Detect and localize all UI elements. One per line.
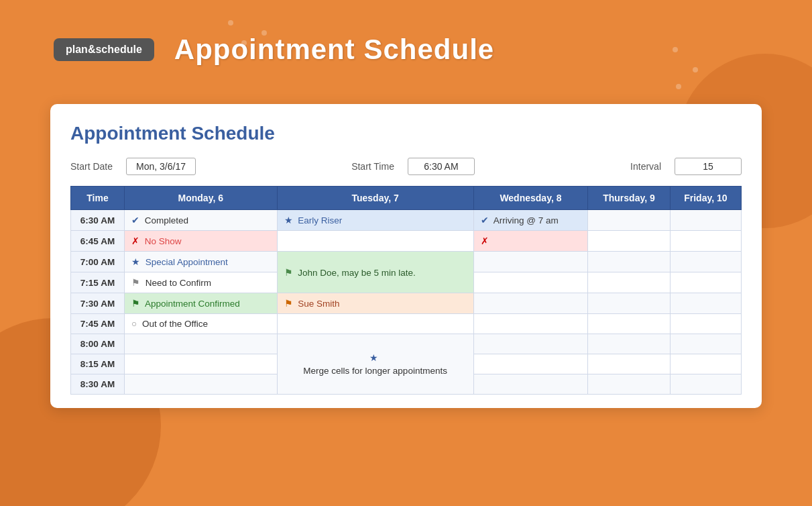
start-time-label: Start Time — [351, 161, 394, 172]
col-thursday: Thursday, 9 — [588, 187, 671, 210]
col-monday: Monday, 6 — [125, 187, 278, 210]
wednesday-cell: ✗ — [473, 231, 587, 252]
wednesday-cell — [473, 272, 587, 293]
header-area: plan&schedule Appointment Schedule — [54, 34, 494, 66]
start-date-value[interactable]: Mon, 3/6/17 — [126, 158, 196, 175]
start-date-label: Start Date — [70, 161, 113, 172]
star-icon: ★ — [131, 257, 140, 267]
friday-cell — [670, 252, 741, 272]
friday-cell — [670, 231, 741, 252]
monday-cell: ✔ Completed — [125, 210, 278, 231]
friday-cell — [670, 374, 741, 395]
monday-cell: ✗ No Show — [125, 231, 278, 252]
thursday-cell — [588, 374, 671, 395]
friday-cell — [670, 354, 741, 374]
cell-text: Special Appointment — [146, 257, 228, 267]
tuesday-cell: ⚑ Sue Smith — [277, 293, 473, 314]
star-icon: ★ — [284, 215, 293, 225]
table-row: 6:45 AM ✗ No Show ✗ — [71, 231, 742, 252]
card-title: Appointment Schedule — [70, 123, 742, 144]
monday-cell: ○ Out of the Office — [125, 314, 278, 334]
col-time: Time — [71, 187, 125, 210]
wednesday-cell — [473, 252, 587, 272]
brand-badge: plan&schedule — [54, 38, 154, 61]
wednesday-cell — [473, 354, 587, 374]
cell-text: Completed — [145, 215, 188, 225]
check-icon: ✔ — [481, 215, 489, 225]
wednesday-cell — [473, 293, 587, 314]
time-cell: 6:45 AM — [71, 231, 125, 252]
cell-text: Arriving @ 7 am — [494, 215, 559, 225]
thursday-cell — [588, 210, 671, 231]
thursday-cell — [588, 252, 671, 272]
flag-icon: ⚑ — [131, 278, 140, 288]
wednesday-cell — [473, 334, 587, 354]
time-cell: 6:30 AM — [71, 210, 125, 231]
start-time-value[interactable]: 6:30 AM — [408, 158, 475, 175]
monday-cell: ⚑ Need to Confirm — [125, 272, 278, 293]
cell-text: Merge cells for longer appointments — [303, 366, 447, 376]
monday-cell: ⚑ Appointment Confirmed — [125, 293, 278, 314]
table-row: 7:00 AM ★ Special Appointment ⚑ John Doe… — [71, 252, 742, 272]
friday-cell — [670, 314, 741, 334]
tuesday-cell-merged: ⚑ John Doe, may be 5 min late. — [277, 252, 473, 293]
schedule-table: Time Monday, 6 Tuesday, 7 Wednesday, 8 T… — [70, 186, 742, 395]
monday-cell: ★ Special Appointment — [125, 252, 278, 272]
friday-cell — [670, 293, 741, 314]
table-row: 6:30 AM ✔ Completed ★ Early Riser ✔ Arri… — [71, 210, 742, 231]
x-icon: ✗ — [131, 236, 139, 246]
cell-text: Need to Confirm — [146, 278, 211, 288]
circle-icon: ○ — [131, 319, 137, 329]
table-row: 8:00 AM ★ Merge cells for longer appoint… — [71, 334, 742, 354]
col-wednesday: Wednesday, 8 — [473, 187, 587, 210]
check-icon: ✔ — [131, 215, 139, 225]
time-cell: 8:30 AM — [71, 374, 125, 395]
thursday-cell — [588, 314, 671, 334]
cell-text: No Show — [145, 236, 182, 246]
wednesday-cell — [473, 314, 587, 334]
flag-icon: ⚑ — [284, 268, 293, 278]
table-row: 7:30 AM ⚑ Appointment Confirmed ⚑ Sue Sm… — [71, 293, 742, 314]
thursday-cell — [588, 334, 671, 354]
wednesday-cell: ✔ Arriving @ 7 am — [473, 210, 587, 231]
interval-label: Interval — [630, 161, 661, 172]
time-cell: 7:45 AM — [71, 314, 125, 334]
cell-text: Appointment Confirmed — [145, 299, 240, 309]
col-friday: Friday, 10 — [670, 187, 741, 210]
x-icon: ✗ — [481, 236, 489, 246]
thursday-cell — [588, 293, 671, 314]
star-icon: ★ — [284, 352, 464, 363]
time-cell: 7:30 AM — [71, 293, 125, 314]
cell-text: Early Riser — [298, 215, 342, 225]
tuesday-cell: ★ Early Riser — [277, 210, 473, 231]
flag-icon: ⚑ — [131, 299, 140, 309]
col-tuesday: Tuesday, 7 — [277, 187, 473, 210]
thursday-cell — [588, 272, 671, 293]
tuesday-cell — [277, 314, 473, 334]
cell-text: Sue Smith — [298, 299, 339, 309]
cell-text: John Doe, may be 5 min late. — [298, 268, 416, 278]
monday-cell — [125, 354, 278, 374]
friday-cell — [670, 334, 741, 354]
schedule-card: Appointment Schedule Start Date Mon, 3/6… — [50, 104, 762, 408]
time-cell: 7:15 AM — [71, 272, 125, 293]
controls-row: Start Date Mon, 3/6/17 Start Time 6:30 A… — [70, 158, 742, 175]
time-cell: 8:15 AM — [71, 354, 125, 374]
friday-cell — [670, 272, 741, 293]
flag-icon: ⚑ — [284, 299, 293, 309]
page-title: Appointment Schedule — [174, 34, 494, 66]
monday-cell — [125, 334, 278, 354]
table-header-row: Time Monday, 6 Tuesday, 7 Wednesday, 8 T… — [71, 187, 742, 210]
monday-cell — [125, 374, 278, 395]
thursday-cell — [588, 354, 671, 374]
time-cell: 8:00 AM — [71, 334, 125, 354]
friday-cell — [670, 210, 741, 231]
cell-text: Out of the Office — [142, 319, 208, 329]
wednesday-cell — [473, 374, 587, 395]
table-row: 7:45 AM ○ Out of the Office — [71, 314, 742, 334]
tuesday-cell — [277, 231, 473, 252]
interval-value[interactable]: 15 — [675, 158, 742, 175]
tuesday-cell-merged2: ★ Merge cells for longer appointments — [277, 334, 473, 395]
time-cell: 7:00 AM — [71, 252, 125, 272]
thursday-cell — [588, 231, 671, 252]
